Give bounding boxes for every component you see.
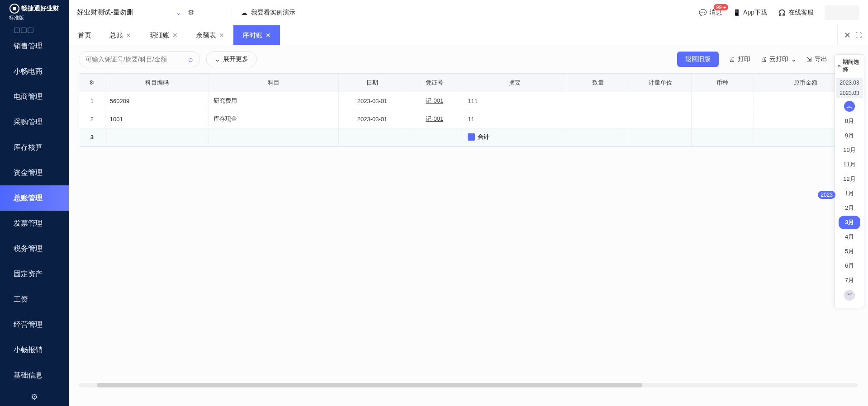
table-row[interactable]: 21001库存现金2023-03-01记-00111	[79, 110, 858, 128]
cloud-print-icon: 🖨	[760, 56, 767, 63]
period-end[interactable]: 2023.03	[836, 88, 863, 98]
col-header-8[interactable]: 币种	[691, 74, 754, 92]
col-header-0[interactable]: ⚙	[79, 74, 105, 92]
demo-link[interactable]: ☁ 我要看实例演示	[232, 5, 304, 20]
printer-icon: 🖨	[729, 56, 735, 63]
sidebar-item-8[interactable]: 税务管理	[0, 236, 69, 261]
search-icon[interactable]: ⌕	[188, 55, 193, 64]
headset-icon: 🎧	[778, 9, 786, 16]
col-header-1[interactable]: 科目编码	[105, 74, 209, 92]
col-header-6[interactable]: 数量	[567, 74, 629, 92]
main-area: 首页总账✕明细账✕余额表✕序时账✕ ✕ ⛶ ⌕ ⌄ 展开更多 退回旧版 🖨打印 …	[69, 25, 868, 406]
tenant-selector[interactable]: 好业财测试-量勿删 ⌄ ⚙	[69, 8, 232, 17]
tab-bar: 首页总账✕明细账✕余额表✕序时账✕ ✕ ⛶	[69, 25, 868, 45]
col-header-5[interactable]: 摘要	[463, 74, 567, 92]
gear-icon[interactable]: ⚙	[89, 79, 95, 86]
sidebar-item-12[interactable]: 小畅报销	[0, 337, 69, 363]
cloud-print-button[interactable]: 🖨云打印⌄	[760, 55, 797, 63]
app-logo-icon	[9, 4, 19, 14]
month-option-2[interactable]: 10月	[839, 143, 860, 157]
period-start[interactable]: 2023.03	[836, 78, 863, 88]
fullscreen-icon[interactable]: ⛶	[855, 32, 862, 39]
close-icon[interactable]: ✕	[219, 25, 224, 45]
month-option-5[interactable]: 1月	[839, 187, 860, 200]
tenant-name: 好业财测试-量勿删	[77, 8, 133, 17]
close-icon[interactable]: ✕	[126, 25, 131, 45]
top-right-actions: 💬 消息 99 + 📱 App下载 🎧 在线客服	[699, 5, 868, 20]
sidebar-item-6[interactable]: 总账管理	[0, 185, 69, 211]
month-option-0[interactable]: 8月	[839, 114, 860, 128]
month-option-3[interactable]: 11月	[839, 158, 860, 171]
logo-area: 畅捷通好业财 标准版	[0, 0, 69, 25]
print-button[interactable]: 🖨打印	[729, 55, 750, 63]
sidebar-item-7[interactable]: 发票管理	[0, 211, 69, 236]
search-input-wrapper[interactable]: ⌕	[79, 51, 200, 67]
close-all-tabs-icon[interactable]: ✕	[844, 30, 851, 40]
sidebar-item-2[interactable]: 电商管理	[0, 84, 69, 109]
avatar[interactable]	[825, 5, 859, 20]
close-icon[interactable]: ✕	[172, 25, 178, 45]
month-option-11[interactable]: 7月	[839, 274, 860, 287]
chevron-down-icon: ⌄	[176, 9, 181, 16]
sidebar-item-9[interactable]: 固定资产	[0, 261, 69, 287]
export-button[interactable]: ⇲导出	[806, 55, 827, 63]
tab-2[interactable]: 明细账✕	[140, 25, 187, 45]
sidebar-item-1[interactable]: 小畅电商	[0, 59, 69, 84]
expand-more-button[interactable]: ⌄ 展开更多	[206, 51, 257, 67]
search-input[interactable]	[85, 56, 188, 63]
period-panel: » 期间选择 2023.03 2023.03 ︽ 8月9月10月11月12月1月…	[835, 54, 864, 308]
sidebar-settings[interactable]: ⚙	[0, 388, 69, 406]
brand-name: 畅捷通好业财	[21, 5, 59, 13]
gear-icon[interactable]: ⚙	[188, 8, 194, 17]
month-option-8[interactable]: 4月	[839, 230, 860, 244]
close-icon[interactable]: ✕	[266, 25, 271, 45]
sidebar-item-5[interactable]: 资金管理	[0, 160, 69, 185]
col-header-2[interactable]: 科目	[209, 74, 339, 92]
sidebar-item-0[interactable]: 销售管理	[0, 33, 69, 59]
messages-button[interactable]: 💬 消息 99 +	[699, 9, 722, 17]
calendar-icon	[468, 133, 475, 141]
col-header-7[interactable]: 计量单位	[629, 74, 692, 92]
back-old-version-button[interactable]: 退回旧版	[677, 52, 719, 67]
month-option-9[interactable]: 5月	[839, 245, 860, 258]
tab-1[interactable]: 总账✕	[100, 25, 140, 45]
year-badge: 2023	[818, 191, 835, 199]
table-row[interactable]: 1560209研究费用2023-03-01记-001111	[79, 92, 858, 110]
month-option-4[interactable]: 12月	[839, 172, 860, 186]
sidebar-item-13[interactable]: 基础信息	[0, 363, 69, 388]
scroll-up-button[interactable]: ︽	[844, 101, 855, 112]
top-bar: 畅捷通好业财 标准版 好业财测试-量勿删 ⌄ ⚙ ☁ 我要看实例演示 💬 消息 …	[0, 0, 868, 25]
gear-icon: ⚙	[31, 392, 38, 402]
sidebar-item-4[interactable]: 库存核算	[0, 135, 69, 160]
month-option-7[interactable]: 3月	[839, 216, 860, 229]
customer-service-button[interactable]: 🎧 在线客服	[778, 9, 814, 17]
sidebar-item-truncated[interactable]: ▢▢▢	[0, 25, 69, 33]
data-table: ⚙科目编码科目日期凭证号摘要数量计量单位币种原币金额 1560209研究费用20…	[79, 73, 858, 147]
chevron-down-icon: ⌄	[215, 56, 220, 63]
col-header-3[interactable]: 日期	[338, 74, 406, 92]
scroll-down-button[interactable]: ︾	[844, 290, 855, 301]
voucher-link[interactable]: 记-001	[426, 115, 443, 122]
sidebar-item-3[interactable]: 采购管理	[0, 109, 69, 135]
table-total-row: 3合计	[79, 128, 858, 146]
col-header-4[interactable]: 凭证号	[406, 74, 463, 92]
tab-3[interactable]: 余额表✕	[187, 25, 233, 45]
month-option-10[interactable]: 6月	[839, 259, 860, 273]
period-panel-header[interactable]: » 期间选择	[835, 55, 864, 77]
collapse-icon: »	[838, 63, 841, 69]
export-icon: ⇲	[806, 56, 812, 63]
month-option-6[interactable]: 2月	[839, 201, 860, 215]
toolbar: ⌕ ⌄ 展开更多 退回旧版 🖨打印 🖨云打印⌄ ⇲导出 ⟳刷新	[69, 45, 868, 73]
sidebar: ▢▢▢ 销售管理小畅电商电商管理采购管理库存核算资金管理总账管理发票管理税务管理…	[0, 25, 69, 406]
chat-icon: 💬	[699, 9, 707, 16]
month-option-1[interactable]: 9月	[839, 129, 860, 142]
tab-0[interactable]: 首页	[69, 25, 100, 45]
message-badge: 99 +	[714, 4, 728, 10]
app-download-button[interactable]: 📱 App下载	[733, 9, 767, 17]
tab-4[interactable]: 序时账✕	[233, 25, 280, 45]
sidebar-item-10[interactable]: 工资	[0, 287, 69, 312]
cloud-icon: ☁	[241, 9, 247, 16]
sidebar-item-11[interactable]: 经营管理	[0, 312, 69, 337]
voucher-link[interactable]: 记-001	[426, 97, 443, 104]
horizontal-scrollbar[interactable]	[79, 382, 858, 388]
